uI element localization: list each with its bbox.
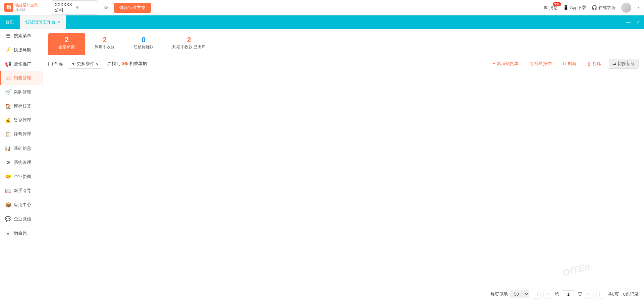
- page-input[interactable]: [562, 290, 575, 298]
- sidebar-label-marketing: 营销推广: [14, 61, 31, 67]
- sidebar-item-finance[interactable]: 💰 资金管理: [0, 113, 43, 127]
- inventory-icon: 🏠: [5, 103, 11, 109]
- phone-icon: 📱: [563, 5, 569, 10]
- message-icon: ✉: [544, 5, 548, 10]
- card-shipped[interactable]: 2 到期未收款 已出库: [163, 33, 215, 55]
- member-icon: V: [5, 230, 11, 236]
- found-count: 0条: [122, 61, 128, 66]
- first-page-button[interactable]: 《: [532, 290, 541, 299]
- card-pending-label: 旺铺待确认: [133, 45, 154, 49]
- sidebar-item-cooperation[interactable]: 🤝 企业协同: [0, 170, 43, 184]
- sidebar-label-system: 系统管理: [14, 160, 31, 166]
- more-filters-button[interactable]: ▼ 更多条件 ∨: [67, 59, 103, 69]
- pagination: 每页显示 50 100 200 《 〈 第 页 〉 》 共0页，0条记录: [43, 286, 644, 302]
- card-pending-count: 0: [133, 36, 154, 44]
- tab-close-icon[interactable]: ×: [58, 20, 60, 24]
- switch-version-button[interactable]: ⇄ 切换新版: [609, 59, 639, 69]
- select-all-checkbox[interactable]: [48, 62, 53, 66]
- avatar-image: [621, 3, 631, 13]
- tab-home[interactable]: 首页: [0, 15, 20, 29]
- card-all[interactable]: 2 全部单据: [48, 33, 85, 55]
- appcenter-icon: 📦: [5, 202, 11, 208]
- system-icon: ⚙: [5, 160, 11, 166]
- sidebar-item-operations[interactable]: 📋 经营管理: [0, 127, 43, 141]
- sidebar-item-inventory[interactable]: 🏠 库存核算: [0, 99, 43, 113]
- add-sales-order-button[interactable]: + 新增销货单: [490, 59, 522, 68]
- gear-icon: ⚙: [104, 4, 108, 11]
- sidebar-item-search[interactable]: ☰ 搜索菜单: [0, 29, 43, 43]
- messages-button[interactable]: ✉ 消息 99+: [544, 5, 558, 11]
- sidebar-label-cooperation: 企业协同: [14, 174, 31, 180]
- chevron-down-icon: ▼: [637, 6, 640, 9]
- sidebar-item-wechat[interactable]: 💬 企业微信: [0, 212, 43, 226]
- tab-home-label: 首页: [5, 19, 14, 25]
- guide-icon: 📖: [5, 188, 11, 194]
- marketing-icon: 📢: [5, 61, 11, 67]
- per-page-label: 每页显示: [490, 291, 508, 297]
- app-download-label: App下载: [570, 5, 586, 11]
- user-menu-button[interactable]: ▼: [637, 6, 640, 9]
- prev-page-button[interactable]: 〈: [543, 290, 552, 299]
- tab-minimize-icon[interactable]: —: [625, 18, 632, 26]
- tab-expand-icon[interactable]: ⤢: [635, 18, 641, 26]
- switch-icon: ⇄: [612, 61, 616, 66]
- select-all-text: 全选: [54, 61, 63, 67]
- logo-icon: 畅: [4, 3, 13, 12]
- table-area: [43, 72, 644, 286]
- summary-cards: 2 全部单据 2 到期未收款 0 旺铺待确认 2 到期未收款 已出库: [43, 29, 644, 55]
- next-page-button[interactable]: 〉: [585, 290, 594, 299]
- sidebar-item-purchase[interactable]: 🛒 采购管理: [0, 85, 43, 99]
- online-service-label: 在线客服: [598, 5, 616, 11]
- sidebar-label-finance: 资金管理: [14, 117, 31, 123]
- card-overdue[interactable]: 2 到期未收款: [85, 33, 124, 55]
- filter-icon: ▼: [71, 61, 75, 66]
- sidebar-label-sales: 销售管理: [14, 75, 31, 81]
- card-pending[interactable]: 0 旺铺待确认: [124, 33, 163, 55]
- sales-icon: 🏷: [5, 75, 11, 81]
- operations-icon: 📋: [5, 131, 11, 137]
- tab-workbench[interactable]: 钱货日清工作台 ×: [20, 15, 66, 29]
- sidebar-item-marketing[interactable]: 📢 营销推广: [0, 57, 43, 71]
- select-all-label[interactable]: 全选: [48, 61, 63, 67]
- card-shipped-label: 到期未收款 已出库: [172, 45, 206, 49]
- avatar[interactable]: [621, 3, 631, 13]
- app-download-button[interactable]: 📱 App下载: [563, 5, 586, 11]
- card-all-label: 全部单据: [59, 45, 75, 49]
- batch-operation-button[interactable]: ⊞ 批量操作: [526, 59, 555, 68]
- sidebar-item-guide[interactable]: 📖 新手引导: [0, 184, 43, 198]
- sidebar-label-appcenter: 应用中心: [14, 202, 31, 208]
- content-area: 2 全部单据 2 到期未收款 0 旺铺待确认 2 到期未收款 已出库 全选: [43, 29, 644, 302]
- sidebar-item-appcenter[interactable]: 📦 应用中心: [0, 198, 43, 212]
- wechat-icon: 💬: [5, 216, 11, 222]
- sidebar-label-operations: 经营管理: [14, 131, 31, 137]
- sidebar-item-member[interactable]: V 畅会员: [0, 226, 43, 240]
- print-icon: 🖨: [587, 61, 591, 66]
- refresh-button[interactable]: ↻ 刷新: [559, 59, 580, 68]
- card-all-count: 2: [58, 36, 76, 44]
- main-layout: ☰ 搜索菜单 ⚡ 快捷导航 📢 营销推广 🏷 销售管理 🛒 采购管理 🏠 库存核…: [0, 29, 644, 302]
- company-selector[interactable]: XXXXXX公司 ▼: [51, 0, 98, 15]
- online-service-button[interactable]: 🎧 在线客服: [592, 5, 616, 11]
- experience-button[interactable]: 体验行业方案: [114, 3, 151, 13]
- sidebar-item-quicknav[interactable]: ⚡ 快捷导航: [0, 43, 43, 57]
- sidebar-item-system[interactable]: ⚙ 系统管理: [0, 156, 43, 170]
- sidebar-label-quicknav: 快捷导航: [14, 47, 31, 53]
- last-page-button[interactable]: 》: [596, 290, 605, 299]
- toolbar-right: + 新增销货单 ⊞ 批量操作 ↻ 刷新 🖨 打印 ⇄ 切换新版: [490, 59, 639, 69]
- sidebar-item-basicinfo[interactable]: 📊 基础信息: [0, 141, 43, 156]
- sidebar-item-sales[interactable]: 🏷 销售管理: [0, 71, 43, 85]
- purchase-icon: 🛒: [5, 89, 11, 95]
- basicinfo-icon: 📊: [5, 145, 11, 152]
- sidebar-label-member: 畅会员: [14, 230, 27, 236]
- found-text: 共找到 0条 相关单据: [107, 61, 147, 67]
- card-overdue-count: 2: [95, 36, 115, 44]
- messages-badge: 99+: [553, 2, 561, 6]
- card-overdue-label: 到期未收款: [95, 45, 115, 49]
- print-button[interactable]: 🖨 打印: [584, 59, 605, 68]
- settings-button[interactable]: ⚙: [101, 2, 111, 13]
- sidebar-label-purchase: 采购管理: [14, 89, 31, 95]
- sidebar: ☰ 搜索菜单 ⚡ 快捷导航 📢 营销推广 🏷 销售管理 🛒 采购管理 🏠 库存核…: [0, 29, 43, 302]
- per-page-select[interactable]: 50 100 200: [511, 290, 529, 298]
- sidebar-label-guide: 新手引导: [14, 188, 31, 194]
- company-name: XXXXXX公司: [55, 2, 74, 13]
